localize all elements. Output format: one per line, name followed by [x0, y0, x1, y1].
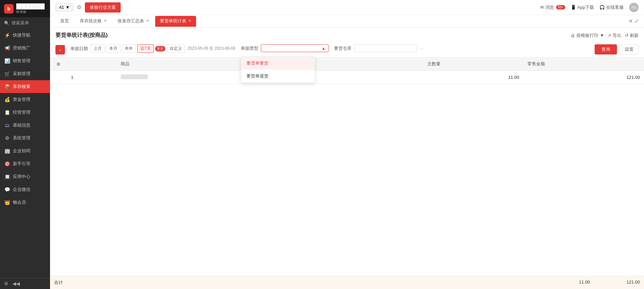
tab-home[interactable]: 首页: [55, 16, 74, 27]
page-header: 要货单统计表(按商品) 🖨 按模板打印 ▼ ↗ 导出 ↺ 刷新: [50, 28, 644, 42]
messages-btn[interactable]: ✉ 消息 99+: [540, 4, 565, 10]
weixin-icon: 💬: [4, 187, 10, 192]
top-header: 41 ▼ ⚙ 体验行业方案 ✉ 消息 99+ 📱 App下载 🎧 在线客服 Ri…: [50, 0, 644, 15]
close-tab-receivable[interactable]: ✕: [146, 19, 149, 23]
tab-expand-icon[interactable]: ⤢: [634, 18, 639, 24]
print-chevron-icon: ▼: [600, 33, 604, 38]
close-tab-order-stats[interactable]: ✕: [188, 19, 191, 23]
sidebar-item-enterprise[interactable]: 🏢 企业协同: [0, 144, 50, 157]
type-select-wrap[interactable]: ▲: [261, 44, 329, 52]
table-index-header: [67, 58, 117, 71]
warehouse-input[interactable]: [357, 46, 414, 51]
sidebar-item-finance[interactable]: 💰 资金管理: [0, 93, 50, 106]
date-btn-this-month[interactable]: 本月: [106, 44, 120, 53]
finance-icon: 💰: [4, 97, 10, 102]
table-row: 1 块 11.00 121.00: [50, 71, 644, 84]
sidebar: b 畅捷通好生意 标准版 🔍 搜索菜单 ⚡ 快捷导航 📢 营销推广 📊 销售管理…: [0, 0, 50, 289]
type-filter-label: 单据类型: [241, 45, 258, 51]
date-btn-this-year[interactable]: 本年: [122, 44, 136, 53]
table-amount-header: 零售金额: [523, 58, 644, 71]
export-btn[interactable]: ↗ 导出: [607, 32, 621, 39]
main-content: 41 ▼ ⚙ 体验行业方案 ✉ 消息 99+ 📱 App下载 🎧 在线客服 Ri…: [50, 0, 644, 289]
date-btn-last-month[interactable]: 上月: [91, 44, 105, 53]
dropdown-item-order[interactable]: 要货单要货: [241, 57, 315, 70]
sidebar-item-marketing[interactable]: 📢 营销推广: [0, 42, 50, 54]
search-icon: 🔍: [4, 21, 9, 26]
sidebar-item-operations[interactable]: 📋 经营管理: [0, 106, 50, 119]
store-selector[interactable]: 41 ▼: [55, 3, 73, 12]
more-options-icon[interactable]: ···: [420, 46, 424, 51]
page-content: 要货单统计表(按商品) 🖨 按模板打印 ▼ ↗ 导出 ↺ 刷新 ›: [50, 28, 644, 289]
filter-area: › 单据日期 上月 本月 本年 近7天 更多 自定义 2023-05-06 至 …: [50, 42, 644, 58]
tab-close-all-icon[interactable]: ✕: [628, 18, 633, 24]
inventory-icon: 📦: [4, 84, 10, 89]
sidebar-item-sales[interactable]: 📊 销售管理: [0, 54, 50, 67]
basic-icon: 🗂: [4, 123, 10, 128]
tab-bar: 首页 库存批次账 ✕ 收发存汇总表 ✕ 要货单统计表 ✕ ✕ ⤢: [50, 15, 644, 28]
sidebar-item-basic[interactable]: 🗂 基础信息: [0, 119, 50, 132]
avatar[interactable]: Rit: [629, 3, 639, 12]
query-button[interactable]: 查询: [595, 44, 617, 54]
type-select-input[interactable]: [264, 46, 321, 51]
row-settings-cell: [50, 71, 67, 84]
settings-button[interactable]: 设置: [620, 44, 639, 54]
settings-icon[interactable]: ⚙: [4, 281, 8, 286]
operations-icon: 📋: [4, 110, 10, 115]
enterprise-icon: 🏢: [4, 148, 10, 154]
header-settings-icon[interactable]: ⚙: [77, 4, 81, 10]
system-icon: ⚙: [4, 135, 10, 141]
sidebar-item-inventory[interactable]: 📦 库存核算: [0, 80, 50, 93]
filter-expand-btn[interactable]: ›: [55, 45, 65, 54]
tab-order-stats[interactable]: 要货单统计表 ✕: [155, 16, 196, 27]
store-number: 41: [59, 5, 64, 10]
date-range-display: 2023-05-06 至 2023-06-06: [188, 46, 235, 51]
message-icon: ✉: [540, 5, 544, 10]
sidebar-item-guide[interactable]: 🎯 新手引导: [0, 157, 50, 170]
support-btn[interactable]: 🎧 在线客服: [599, 4, 624, 10]
sidebar-logo: b 畅捷通好生意 标准版: [0, 0, 50, 17]
shortcut-icon: ⚡: [4, 32, 10, 38]
sidebar-item-purchase[interactable]: 🛒 采购管理: [0, 67, 50, 80]
warehouse-filter-label: 要货仓库: [334, 45, 352, 51]
table-settings-header[interactable]: ⚙: [50, 58, 67, 71]
brand-sub: 标准版: [16, 9, 45, 14]
sidebar-item-weixin[interactable]: 💬 企业微信: [0, 183, 50, 196]
collapse-icon[interactable]: ◀◀: [13, 281, 20, 286]
refresh-icon: ↺: [625, 33, 628, 38]
dropdown-item-return[interactable]: 要货单退货: [241, 70, 315, 83]
data-table: ⚙ 商品 主计量单位 主数量 零售金额 1: [50, 58, 644, 84]
guide-icon: 🎯: [4, 161, 10, 166]
member-icon: 👑: [4, 200, 10, 205]
sidebar-item-member[interactable]: 👑 畅会员: [0, 196, 50, 209]
date-btn-7days[interactable]: 近7天: [137, 44, 154, 53]
page-title: 要货单统计表(按商品): [55, 32, 108, 39]
sidebar-item-shortcut[interactable]: ⚡ 快捷导航: [0, 29, 50, 42]
footer-spacer: [71, 280, 571, 286]
date-more-badge[interactable]: 更多: [155, 46, 165, 51]
sidebar-item-apps[interactable]: 🔲 应用中心: [0, 170, 50, 183]
row-quantity-cell: 11.00: [423, 71, 523, 84]
chevron-up-icon[interactable]: ▲: [321, 46, 326, 51]
type-filter-group: 单据类型 ▲ 要货单要货 要货单退货: [241, 44, 329, 52]
refresh-btn[interactable]: ↺ 刷新: [625, 32, 639, 39]
trial-button[interactable]: 体验行业方案: [85, 2, 121, 13]
tab-inventory-batch[interactable]: 库存批次账 ✕: [75, 16, 112, 27]
message-badge: 99+: [556, 5, 565, 9]
close-tab-inventory-batch[interactable]: ✕: [104, 19, 107, 23]
apps-icon: 🔲: [4, 174, 10, 179]
sidebar-item-system[interactable]: ⚙ 系统管理: [0, 132, 50, 144]
sidebar-search[interactable]: 🔍 搜索菜单: [0, 17, 50, 29]
footer-amount: 121.00: [626, 280, 640, 286]
export-icon: ↗: [607, 33, 611, 38]
footer-quantity: 11.00: [579, 280, 590, 286]
row-amount-cell: 121.00: [523, 71, 644, 84]
table-quantity-header: 主数量: [423, 58, 523, 71]
footer-label: 合计: [54, 280, 63, 286]
date-btn-custom[interactable]: 自定义: [167, 44, 185, 53]
table-footer: 合计 11.00 121.00: [50, 276, 644, 289]
download-icon: 📱: [571, 5, 576, 10]
print-btn[interactable]: 🖨 按模板打印 ▼: [571, 32, 604, 39]
warehouse-input-wrap[interactable]: [354, 44, 417, 52]
app-download-btn[interactable]: 📱 App下载: [571, 4, 594, 10]
tab-receivable[interactable]: 收发存汇总表 ✕: [113, 16, 154, 27]
